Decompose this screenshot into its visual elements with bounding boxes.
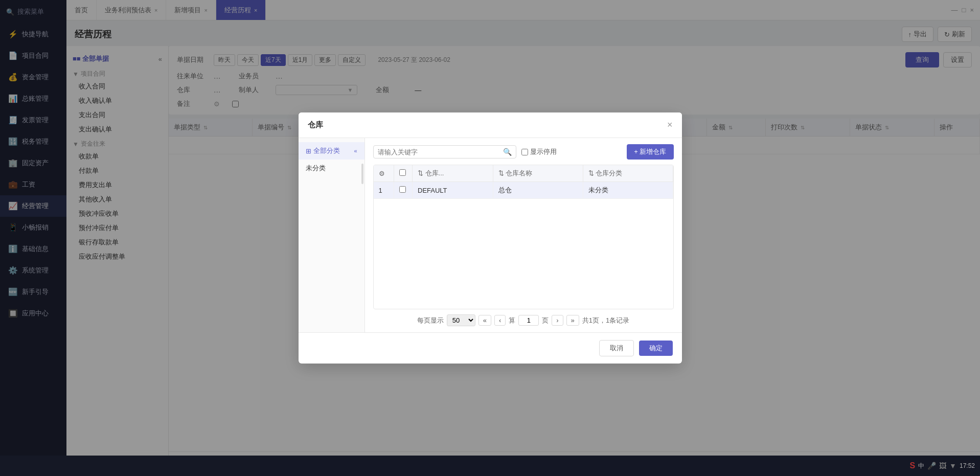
modal-page-label: 算 bbox=[509, 316, 515, 325]
modal-overlay: 仓库 × ⊞ 全部分类 « 未分类 bbox=[0, 0, 980, 476]
modal-col-category: ⇅ 仓库分类 bbox=[583, 165, 673, 182]
modal-close-button[interactable]: × bbox=[667, 120, 673, 130]
modal-title: 仓库 bbox=[308, 120, 323, 130]
all-categories-icon: ⊞ bbox=[306, 147, 311, 155]
row-category-cell: 未分类 bbox=[583, 182, 673, 199]
modal-page-suffix: 页 bbox=[542, 316, 549, 325]
modal-table-header-row: ⚙ ⇅ 仓库... ⇅ 仓库名称 bbox=[374, 165, 673, 182]
modal-sidebar-all-categories[interactable]: ⊞ 全部分类 « bbox=[299, 142, 364, 160]
modal-sidebar-scrollbar bbox=[361, 164, 363, 184]
modal-prev-page-btn[interactable]: ‹ bbox=[494, 315, 506, 326]
modal-col-code: ⇅ 仓库... bbox=[413, 165, 493, 182]
sort-up-icon: ⇅ bbox=[418, 169, 423, 177]
modal-total-info: 共1页，1条记录 bbox=[582, 316, 629, 325]
sort-up-icon3: ⇅ bbox=[588, 169, 594, 177]
modal-last-page-btn[interactable]: » bbox=[566, 315, 579, 326]
modal-actions: 取消 确定 bbox=[299, 332, 682, 364]
modal-search-input[interactable] bbox=[378, 148, 503, 156]
sort-up-icon2: ⇅ bbox=[498, 169, 504, 177]
uncategorized-label: 未分类 bbox=[306, 164, 326, 173]
modal-table: ⚙ ⇅ 仓库... ⇅ 仓库名称 bbox=[374, 165, 673, 199]
cancel-button[interactable]: 取消 bbox=[599, 340, 634, 356]
modal-col-checkbox bbox=[394, 165, 413, 182]
modal-page-input[interactable] bbox=[518, 315, 539, 326]
modal-sidebar: ⊞ 全部分类 « 未分类 bbox=[299, 138, 365, 332]
show-disabled-checkbox[interactable] bbox=[521, 149, 528, 155]
show-disabled-text: 显示停用 bbox=[530, 147, 557, 156]
row-settings-cell: 1 bbox=[374, 182, 394, 199]
modal-pagination: 每页显示 50 10 20 100 « ‹ 算 页 › » 共1页，1条记录 bbox=[373, 309, 674, 326]
modal-search-box: 🔍 bbox=[373, 145, 516, 158]
modal-sidebar-uncategorized[interactable]: 未分类 bbox=[299, 160, 364, 177]
modal-header: 仓库 × bbox=[299, 112, 682, 138]
modal-select-all-checkbox[interactable] bbox=[399, 169, 406, 176]
modal-next-page-btn[interactable]: › bbox=[552, 315, 563, 326]
all-categories-label: 全部分类 bbox=[313, 146, 340, 155]
row-code-cell: DEFAULT bbox=[413, 182, 493, 199]
modal-page-size-label: 每页显示 bbox=[417, 316, 444, 325]
modal-col-name: ⇅ 仓库名称 bbox=[493, 165, 583, 182]
modal-table-row[interactable]: 1 DEFAULT 总仓 未分类 bbox=[374, 182, 673, 199]
modal-first-page-btn[interactable]: « bbox=[478, 315, 491, 326]
modal-show-disabled-label: 显示停用 bbox=[521, 147, 557, 156]
row-name-cell: 总仓 bbox=[493, 182, 583, 199]
modal-body: ⊞ 全部分类 « 未分类 🔍 bbox=[299, 138, 682, 332]
add-warehouse-button[interactable]: + 新增仓库 bbox=[627, 144, 673, 160]
warehouse-modal: 仓库 × ⊞ 全部分类 « 未分类 bbox=[299, 112, 682, 364]
modal-content-area: 🔍 显示停用 + 新增仓库 ⚙ bbox=[365, 138, 682, 332]
row-checkbox-cell bbox=[394, 182, 413, 199]
modal-toolbar: 🔍 显示停用 + 新增仓库 bbox=[373, 144, 674, 160]
modal-table-area: ⚙ ⇅ 仓库... ⇅ 仓库名称 bbox=[373, 165, 674, 309]
confirm-button[interactable]: 确定 bbox=[639, 341, 673, 356]
modal-page-size-select[interactable]: 50 10 20 100 bbox=[447, 314, 475, 326]
modal-sidebar-collapse-btn[interactable]: « bbox=[354, 148, 357, 154]
modal-search-icon: 🔍 bbox=[503, 148, 512, 156]
row-checkbox[interactable] bbox=[399, 186, 406, 193]
modal-col-settings[interactable]: ⚙ bbox=[374, 165, 394, 182]
